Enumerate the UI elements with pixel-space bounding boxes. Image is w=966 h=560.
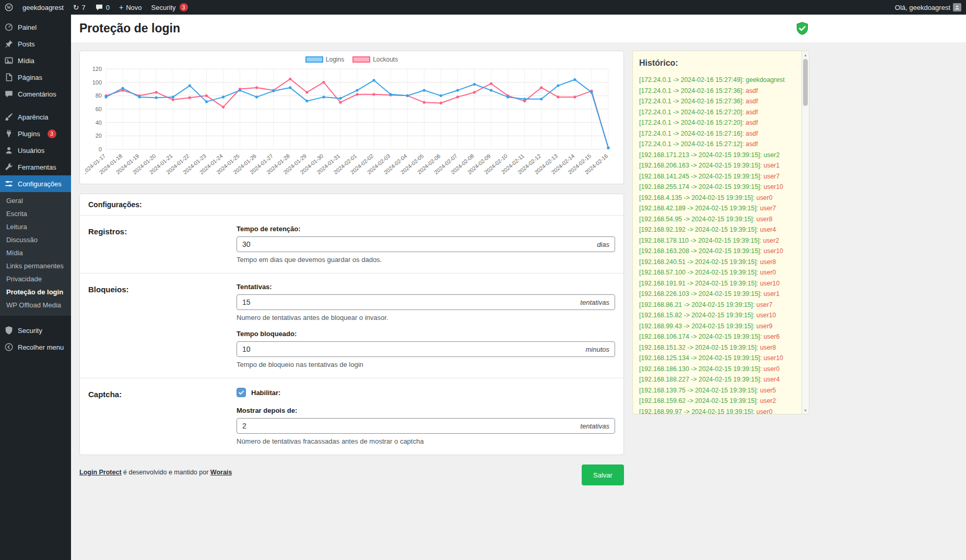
history-entry: [192.168.92.192 -> 2024-02-15 19:39:15]:… bbox=[639, 224, 795, 235]
scrollbar-thumb[interactable] bbox=[803, 59, 808, 106]
history-entry: [192.168.99.97 -> 2024-02-15 19:39:15]: … bbox=[639, 407, 795, 415]
sidebar-item-midia[interactable]: Mídia bbox=[0, 52, 71, 69]
sidebar-item-security[interactable]: Security bbox=[0, 322, 71, 339]
main-content: Proteção de login LoginsLockouts 0204060… bbox=[71, 0, 966, 485]
legend-item-lockouts[interactable]: Lockouts bbox=[352, 56, 398, 63]
comment-icon bbox=[95, 3, 103, 11]
attempts-input[interactable] bbox=[242, 298, 580, 306]
attempts-input-wrap: tentativas bbox=[237, 294, 615, 310]
history-entry: [192.168.151.32 -> 2024-02-15 19:39:15]:… bbox=[639, 342, 795, 353]
security-icon bbox=[4, 326, 14, 335]
sidebar-subitem-geral[interactable]: Geral bbox=[0, 194, 71, 207]
lock-time-help: Tempo de bloqueio nas tentativas de logi… bbox=[237, 361, 615, 368]
appearance-icon bbox=[4, 112, 14, 122]
tools-icon bbox=[4, 162, 14, 172]
new-content-button[interactable]: + Novo bbox=[114, 0, 147, 15]
history-entry: [192.168.125.134 -> 2024-02-15 19:39:15]… bbox=[639, 353, 795, 364]
retention-input[interactable] bbox=[242, 240, 597, 248]
sidebar-item-comentarios[interactable]: Comentários bbox=[0, 86, 71, 102]
sidebar-item-label: Aparência bbox=[18, 113, 49, 121]
sidebar-subitem-leitura[interactable]: Leitura bbox=[0, 220, 71, 233]
section-captcha: Captcha: Habilitar: Mostrar depois de: bbox=[80, 378, 623, 455]
history-entry: [172.24.0.1 -> 2024-02-16 15:27:36]: asd… bbox=[639, 96, 795, 107]
plus-icon: + bbox=[119, 4, 123, 11]
history-scrollbar[interactable]: ▲ ▼ bbox=[802, 51, 809, 414]
history-entry: [192.168.171.213 -> 2024-02-15 19:39:15]… bbox=[639, 150, 795, 161]
sidebar-subitem-privacidade[interactable]: Privacidade bbox=[0, 272, 71, 285]
history-entry: [192.168.139.75 -> 2024-02-15 19:39:15]:… bbox=[639, 385, 795, 396]
history-entry: [192.168.178.110 -> 2024-02-15 19:39:15]… bbox=[639, 235, 795, 246]
admin-bar-security[interactable]: Security 3 bbox=[147, 0, 193, 15]
history-entry: [192.168.240.51 -> 2024-02-15 19:39:15]:… bbox=[639, 257, 795, 268]
history-entry: [192.168.188.227 -> 2024-02-15 19:39:15]… bbox=[639, 374, 795, 385]
page-title: Proteção de login bbox=[79, 21, 180, 35]
captcha-after-suffix: tentativas bbox=[580, 422, 609, 430]
history-entry: [192.168.159.62 -> 2024-02-15 19:39:15]:… bbox=[639, 396, 795, 407]
sidebar-item-label: Security bbox=[18, 327, 42, 335]
section-bloqueios: Bloqueios: Tentativas: tentativas Numero… bbox=[80, 273, 623, 378]
retention-suffix: dias bbox=[597, 241, 609, 248]
posts-icon bbox=[4, 39, 14, 49]
lock-time-input[interactable] bbox=[242, 345, 585, 353]
history-entry: [172.24.0.1 -> 2024-02-16 15:27:16]: asd… bbox=[639, 128, 795, 139]
save-button[interactable]: Salvar bbox=[582, 464, 624, 485]
scroll-down-icon[interactable]: ▼ bbox=[802, 407, 809, 414]
history-entry: [192.168.4.135 -> 2024-02-15 19:39:15]: … bbox=[639, 193, 795, 204]
sidebar-item-configuracoes[interactable]: Configurações bbox=[0, 175, 71, 192]
history-panel: Histórico: [172.24.0.1 -> 2024-02-16 15:… bbox=[632, 51, 809, 414]
sidebar-item-label: Usuários bbox=[18, 147, 44, 154]
history-entry: [192.168.186.130 -> 2024-02-15 19:39:15]… bbox=[639, 364, 795, 375]
site-name-link[interactable]: geekdoagrest bbox=[18, 0, 68, 15]
section-label: Registros: bbox=[88, 225, 237, 264]
captcha-after-help: Número de tentativas fracassadas antes d… bbox=[237, 437, 615, 445]
section-label: Captcha: bbox=[88, 388, 237, 445]
history-entry: [192.168.15.82 -> 2024-02-15 19:39:15]: … bbox=[639, 310, 795, 321]
svg-text:40: 40 bbox=[96, 120, 102, 126]
attempts-help: Numero de tentativas antes de bloquear o… bbox=[237, 314, 615, 321]
lock-time-label: Tempo bloqueado: bbox=[237, 330, 615, 338]
sidebar-subitem-wp-offload-media[interactable]: WP Offload Media bbox=[0, 299, 71, 312]
author-link[interactable]: Worais bbox=[210, 469, 232, 476]
plugin-link[interactable]: Login Protect bbox=[79, 469, 122, 476]
sidebar-item-usuarios[interactable]: Usuários bbox=[0, 142, 71, 159]
sidebar-item-plugins[interactable]: Plugins3 bbox=[0, 125, 71, 142]
sidebar-item-aparencia[interactable]: Aparência bbox=[0, 109, 71, 125]
sidebar-item-paginas[interactable]: Páginas bbox=[0, 69, 71, 86]
sidebar-item-painel[interactable]: Painel bbox=[0, 19, 71, 35]
sidebar-subitem-midia[interactable]: Mídia bbox=[0, 246, 71, 259]
account-menu[interactable]: Olá, geekdoagrest bbox=[890, 0, 966, 15]
settings-submenu: GeralEscritaLeituraDiscussãoMídiaLinks p… bbox=[0, 192, 71, 316]
captcha-after-input[interactable] bbox=[242, 422, 580, 430]
admin-bar: W geekdoagrest ↻ 7 0 + Novo Security 3 O… bbox=[0, 0, 966, 15]
comments-icon bbox=[4, 89, 14, 99]
sidebar-subitem-escrita[interactable]: Escrita bbox=[0, 207, 71, 220]
history-entry: [172.24.0.1 -> 2024-02-16 15:27:49]: gee… bbox=[639, 75, 795, 86]
dashboard-icon bbox=[4, 22, 14, 32]
legend-item-logins[interactable]: Logins bbox=[305, 56, 344, 63]
captcha-enable-checkbox[interactable] bbox=[237, 388, 246, 397]
history-entry: [192.168.255.174 -> 2024-02-15 19:39:15]… bbox=[639, 182, 795, 193]
retention-label: Tempo de retenção: bbox=[237, 225, 615, 233]
login-protect-shield-icon bbox=[795, 21, 809, 35]
section-label: Bloqueios: bbox=[88, 283, 237, 368]
history-heading: Histórico: bbox=[639, 58, 795, 68]
history-entry: [192.168.106.174 -> 2024-02-15 19:39:15]… bbox=[639, 331, 795, 342]
history-entry: [192.168.42.189 -> 2024-02-15 19:39:15]:… bbox=[639, 203, 795, 214]
collapse-icon bbox=[4, 342, 14, 352]
legend-label: Logins bbox=[326, 56, 344, 63]
credits-text: Login Protect é desenvolvido e mantido p… bbox=[79, 464, 232, 476]
history-entry: [192.168.226.103 -> 2024-02-15 19:39:15]… bbox=[639, 289, 795, 300]
comments-indicator[interactable]: 0 bbox=[90, 0, 114, 15]
scroll-up-icon[interactable]: ▲ bbox=[802, 51, 809, 58]
sidebar-subitem-links-permanentes[interactable]: Links permanentes bbox=[0, 259, 71, 272]
sidebar-subitem-discussao[interactable]: Discussão bbox=[0, 233, 71, 246]
updates-indicator[interactable]: ↻ 7 bbox=[68, 0, 90, 15]
sidebar-item-posts[interactable]: Posts bbox=[0, 35, 71, 52]
sidebar-item-recolher-menu[interactable]: Recolher menu bbox=[0, 339, 71, 355]
history-entry: [172.24.0.1 -> 2024-02-16 15:27:20]: asd… bbox=[639, 117, 795, 128]
sidebar-item-label: Posts bbox=[18, 40, 35, 48]
sidebar-item-label: Painel bbox=[18, 23, 37, 31]
wordpress-logo-icon[interactable]: W bbox=[0, 0, 18, 15]
sidebar-subitem-protecao-de-login[interactable]: Proteção de login bbox=[0, 285, 71, 299]
sidebar-item-ferramentas[interactable]: Ferramentas bbox=[0, 159, 71, 175]
